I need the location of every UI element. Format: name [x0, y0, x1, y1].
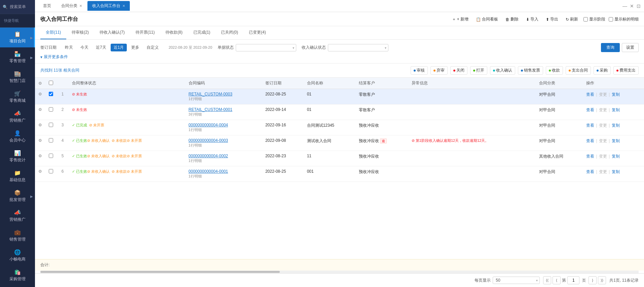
select-all-checkbox[interactable] [49, 81, 53, 85]
date-btn-today[interactable]: 今天 [77, 44, 91, 51]
col-checkbox[interactable] [45, 78, 56, 89]
row-checkbox[interactable] [49, 138, 53, 142]
sidebar-item-marketing[interactable]: 📣 营销推广 [0, 107, 35, 127]
sidebar-item-retail_stats[interactable]: 📊 零售统计 [0, 147, 35, 166]
sidebar-item-smart_store[interactable]: 🏬 智慧门店 [0, 67, 35, 87]
refresh-btn[interactable]: ↻ 刷新 [564, 15, 580, 23]
action-btn-receipt[interactable]: 收款 [546, 66, 563, 75]
op-view-link[interactable]: 查看 [586, 123, 594, 128]
sidebar-item-sales_mgmt[interactable]: 💼 销售管理 [0, 226, 35, 246]
op-view-link[interactable]: 查看 [586, 169, 594, 174]
action-btn-close[interactable]: 关闭 [450, 66, 467, 75]
prev-page-btn[interactable]: ⟨ [553, 276, 561, 284]
doc-status-select[interactable] [236, 44, 296, 51]
export-btn[interactable]: ⬆ 导出 [544, 15, 560, 23]
query-btn[interactable]: 查询 [601, 43, 620, 52]
op-copy-link[interactable]: 复制 [612, 92, 620, 97]
window-close-btn[interactable]: ✕ [630, 3, 634, 9]
last-page-btn[interactable]: ⟩⟩ [598, 276, 606, 284]
status-tab-closed[interactable]: 已关闭(0) [216, 26, 243, 39]
status-tab-completed[interactable]: 已完成(1) [188, 26, 216, 39]
kanban-btn[interactable]: 📋 合同看板 [474, 15, 500, 23]
date-btn-more[interactable]: 更多 [128, 44, 142, 51]
contract-code-link[interactable]: RETAIL_CUSTOM-0003 [189, 92, 259, 96]
row-checkbox-cell[interactable] [45, 89, 56, 105]
col-settings[interactable]: ⚙ [35, 78, 45, 89]
sidebar-item-member[interactable]: 👤 会员中心 [0, 127, 35, 147]
row-checkbox-cell[interactable] [45, 120, 56, 135]
op-view-link[interactable]: 查看 [586, 108, 594, 112]
scroll-thumb[interactable] [40, 271, 280, 273]
sidebar-item-retail_mgmt[interactable]: 🏪 零售管理 ▶ [0, 47, 35, 67]
op-change-link[interactable]: 变更 [599, 123, 607, 128]
contract-code-link[interactable]: 0000000000004-0004 [189, 123, 259, 127]
window-maximize-btn[interactable]: ⊡ [637, 3, 641, 9]
per-page-select[interactable]: 50 [493, 277, 540, 284]
sidebar-item-marketing2[interactable]: 📣 营销推广 [0, 206, 35, 226]
delete-btn[interactable]: 🗑 删除 [503, 15, 521, 23]
date-btn-last1month[interactable]: 近1月 [111, 44, 127, 51]
row-checkbox[interactable] [49, 154, 53, 158]
row-settings-cell[interactable]: ⚙ [35, 135, 45, 151]
filter-settings-btn[interactable]: 设置 [622, 43, 639, 52]
income-confirm-select[interactable] [328, 44, 388, 51]
op-copy-link[interactable]: 复制 [612, 169, 620, 174]
status-tab-pending_review[interactable]: 待审核(2) [66, 26, 94, 39]
op-change-link[interactable]: 变更 [599, 154, 607, 159]
row-settings-cell[interactable]: ⚙ [35, 151, 45, 166]
sidebar-item-retail_mall[interactable]: 🛒 零售商城 [0, 87, 35, 107]
status-tab-pending_income_confirm[interactable]: 待收入确认(7) [94, 26, 130, 39]
date-btn-custom[interactable]: 自定义 [144, 44, 162, 51]
row-settings-cell[interactable]: ⚙ [35, 120, 45, 135]
add-btn[interactable]: ＋ + 新增 [450, 15, 470, 23]
op-change-link[interactable]: 变更 [599, 169, 607, 174]
tab-home[interactable]: 首页 [38, 1, 56, 11]
show-segment-checkbox[interactable]: 显示阶段 [583, 16, 605, 22]
row-checkbox[interactable] [49, 107, 53, 112]
row-settings-cell[interactable]: ⚙ [35, 166, 45, 182]
status-tab-pending_receipt[interactable]: 待收款(8) [160, 26, 188, 39]
op-change-link[interactable]: 变更 [599, 138, 607, 143]
op-copy-link[interactable]: 复制 [612, 138, 620, 143]
op-change-link[interactable]: 变更 [599, 108, 607, 112]
expand-conditions-btn[interactable]: ▾ 展开更多条件 [40, 54, 639, 60]
status-tab-changed[interactable]: 已变更(4) [243, 26, 271, 39]
action-btn-review[interactable]: 审核 [411, 66, 428, 75]
page-number-input[interactable] [567, 276, 579, 284]
sidebar-item-base_info[interactable]: 📁 基础信息 [0, 166, 35, 186]
tab-contract_cat[interactable]: 合同分类✕ [56, 1, 87, 11]
status-tab-all[interactable]: 全部(11) [40, 26, 66, 39]
show-milestone-checkbox[interactable]: 显示标的明细 [609, 16, 639, 22]
row-settings-cell[interactable]: ⚙ [35, 89, 45, 105]
date-btn-yesterday[interactable]: 昨天 [62, 44, 76, 51]
sidebar-item-inventory[interactable]: 📉 库存核算 [0, 285, 35, 287]
row-checkbox-cell[interactable] [45, 105, 56, 120]
sidebar-item-wholesale_mgmt[interactable]: 📦 批发管理 ▶ [0, 186, 35, 206]
tab-income_workbench[interactable]: 收入合同工作台✕ [87, 1, 130, 11]
op-view-link[interactable]: 查看 [586, 92, 594, 97]
first-page-btn[interactable]: ⟨⟨ [543, 276, 551, 284]
sidebar-item-xiaochang[interactable]: 🌐 小畅电商 [0, 246, 35, 265]
sidebar-item-project[interactable]: 📋 项目合同 ▶ [0, 28, 35, 47]
row-checkbox[interactable] [49, 92, 53, 96]
action-btn-expense[interactable]: 费用支出 [613, 66, 639, 75]
date-btn-last7[interactable]: 近7天 [93, 44, 109, 51]
op-copy-link[interactable]: 复制 [612, 108, 620, 112]
import-btn[interactable]: ⬇ 导入 [524, 15, 540, 23]
row-checkbox-cell[interactable] [45, 151, 56, 166]
row-settings-cell[interactable]: ⚙ [35, 105, 45, 120]
op-copy-link[interactable]: 复制 [612, 123, 620, 128]
action-btn-outgoing_contract[interactable]: 支出合同 [566, 66, 591, 75]
action-btn-open[interactable]: 打开 [470, 66, 487, 75]
op-copy-link[interactable]: 复制 [612, 154, 620, 159]
next-page-btn[interactable]: ⟩ [589, 276, 597, 284]
contract-code-link[interactable]: 0000000000004-0003 [189, 138, 259, 143]
status-tab-pending_invoice[interactable]: 待开票(11) [130, 26, 160, 39]
op-change-link[interactable]: 变更 [599, 92, 607, 97]
contract-code-link[interactable]: RETAIL_CUSTOM-0001 [189, 107, 259, 112]
row-checkbox[interactable] [49, 123, 53, 127]
horizontal-scrollbar[interactable] [40, 271, 639, 273]
tab-close-btn[interactable]: ✕ [79, 4, 82, 8]
contract-code-link[interactable]: 0000000000004-0001 [189, 169, 259, 174]
action-btn-income_confirm[interactable]: 收入确认 [490, 66, 515, 75]
